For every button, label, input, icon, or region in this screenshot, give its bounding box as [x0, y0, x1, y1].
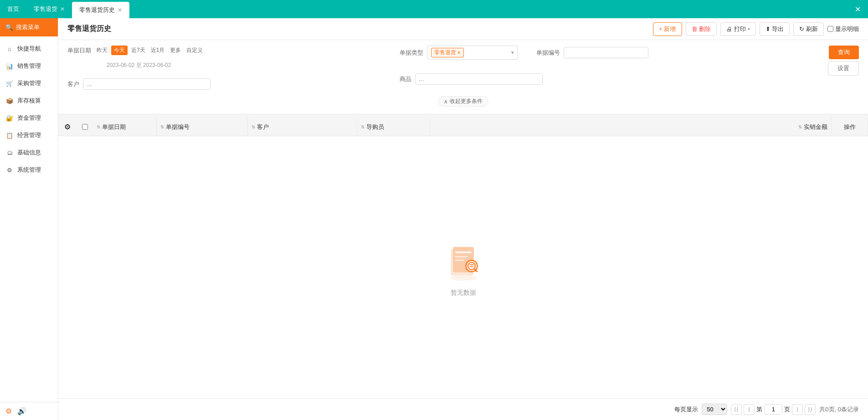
sidebar-item-purchase[interactable]: 🛒 采购管理 — [0, 75, 58, 92]
sidebar-item-basic-info-label: 基础信息 — [17, 149, 41, 157]
filter-customer-input[interactable] — [83, 78, 211, 90]
tab-retail-return[interactable]: 零售退货 ✕ — [26, 0, 72, 18]
sidebar-item-inventory-label: 库存核算 — [17, 97, 41, 105]
print-button[interactable]: 🖨 打印 ▾ — [720, 22, 756, 36]
date-opt-today[interactable]: 今天 — [111, 46, 128, 55]
filter-customer-label: 客户 — [67, 80, 79, 88]
filter-goods-row: 商品 — [400, 73, 732, 85]
filter-doctype-label: 单据类型 — [400, 49, 423, 57]
refresh-button[interactable]: ↻ 刷新 — [793, 22, 824, 36]
date-opt-custom[interactable]: 自定义 — [185, 46, 205, 55]
print-dropdown-icon: ▾ — [748, 26, 750, 31]
page-last-btn[interactable]: ⟩⟩ — [805, 404, 816, 415]
th-date[interactable]: ⇅ 单据日期 — [93, 118, 157, 136]
sidebar-item-system[interactable]: ⚙ 系统管理 — [0, 161, 58, 179]
sidebar-item-sales-label: 销售管理 — [17, 62, 41, 70]
finance-icon: 🔐 — [5, 114, 14, 122]
page-first-btn[interactable]: ⟨⟨ — [731, 404, 742, 415]
sidebar-search[interactable]: 🔍 搜索菜单 — [0, 18, 58, 36]
tab-home[interactable]: 首页 — [0, 0, 26, 18]
tab-retail-return-history-label: 零售退货历史 — [79, 6, 115, 14]
sidebar-item-sales[interactable]: 📊 销售管理 — [0, 57, 58, 75]
th-settings[interactable]: ⚙ — [58, 123, 77, 131]
th-customer-label: 客户 — [257, 123, 269, 131]
filter-docnum-label: 单据编号 — [536, 49, 560, 57]
th-customer[interactable]: ⇅ 客户 — [248, 118, 357, 136]
filter-type-tag-close[interactable]: ✕ — [457, 50, 461, 55]
filter-customer-row: 客户 — [67, 78, 400, 90]
date-opt-7days[interactable]: 近7天 — [129, 46, 147, 55]
date-opt-more[interactable]: 更多 — [168, 46, 183, 55]
filter-doctype-item: 单据类型 零售退货 ✕ ▾ — [400, 46, 518, 60]
page-prev-btn[interactable]: ⟨ — [744, 404, 755, 415]
filter-type-dropdown-arrow: ▾ — [511, 50, 514, 56]
refresh-button-label: ↻ 刷新 — [799, 25, 818, 33]
filter-goods-item: 商品 — [400, 73, 543, 85]
delete-button[interactable]: 🗑 删除 — [686, 22, 717, 36]
th-amount[interactable]: ⇅ 实销金额 — [768, 118, 832, 136]
sidebar-item-finance[interactable]: 🔐 资金管理 — [0, 109, 58, 127]
filter-goods-input[interactable] — [415, 73, 543, 85]
page-number-input[interactable] — [764, 404, 782, 415]
page-size-select[interactable]: 20 50 100 — [702, 404, 727, 415]
volume-icon[interactable]: 🔊 — [17, 407, 26, 415]
select-all-checkbox[interactable] — [82, 124, 88, 130]
page-next-btn[interactable]: ⟩ — [792, 404, 803, 415]
filter-doctype-row: 单据类型 零售退货 ✕ ▾ 单据编号 — [400, 46, 732, 60]
sidebar-item-quick-nav[interactable]: ⌂ 快捷导航 — [0, 40, 58, 57]
th-docnum-label: 单据编号 — [166, 123, 190, 131]
collapse-row: ∧ 收起更多条件 — [67, 94, 859, 108]
sidebar-item-business[interactable]: 📋 经营管理 — [0, 127, 58, 144]
empty-state: 暂无数据 — [58, 136, 868, 398]
filter-middle: 单据类型 零售退货 ✕ ▾ 单据编号 — [400, 46, 732, 89]
th-amount-label: 实销金额 — [804, 123, 827, 131]
page-total: 共0页, 0条记录 — [819, 405, 859, 414]
new-button-label: + 新增 — [659, 25, 676, 33]
inventory-icon: 📦 — [5, 97, 14, 105]
main-layout: 🔍 搜索菜单 ⌂ 快捷导航 📊 销售管理 🛒 采购管理 📦 库存核算 🔐 — [0, 18, 868, 420]
collapse-button[interactable]: ∧ 收起更多条件 — [438, 96, 488, 107]
display-detail-checkbox[interactable] — [827, 26, 833, 32]
sort-icon-docnum: ⇅ — [160, 124, 164, 129]
search-icon: 🔍 — [5, 24, 13, 31]
display-detail-label: 显示明细 — [835, 25, 859, 33]
tab-bar: 首页 零售退货 ✕ 零售退货历史 ✕ — [0, 0, 855, 18]
th-operation-label: 操作 — [844, 123, 856, 131]
filter-settings-button-label: 设置 — [837, 65, 849, 72]
sidebar-item-purchase-label: 采购管理 — [17, 79, 41, 87]
th-docnum[interactable]: ⇅ 单据编号 — [157, 118, 248, 136]
date-opt-yesterday[interactable]: 昨天 — [95, 46, 109, 55]
settings-icon[interactable]: ⚙ — [5, 407, 12, 415]
export-button-label: ⬆ 导出 — [765, 25, 784, 33]
date-opt-1month[interactable]: 近1月 — [149, 46, 167, 55]
filter-type-selector[interactable]: 零售退货 ✕ ▾ — [427, 46, 518, 60]
tab-retail-return-label: 零售退货 — [34, 5, 57, 13]
th-date-label: 单据日期 — [102, 123, 126, 131]
tab-retail-return-history[interactable]: 零售退货历史 ✕ — [72, 2, 129, 18]
svg-rect-4 — [455, 256, 468, 257]
tab-retail-return-history-close[interactable]: ✕ — [118, 7, 122, 13]
window-close-btn[interactable]: ✕ — [855, 5, 861, 14]
display-detail-toggle: 显示明细 — [827, 25, 859, 33]
filter-date-range: 2023-06-02 至 2023-06-02 — [107, 61, 171, 69]
new-button[interactable]: + 新增 — [653, 22, 682, 36]
query-button[interactable]: 查询 — [829, 46, 859, 59]
th-checkbox[interactable] — [77, 124, 93, 130]
filter-settings-button[interactable]: 设置 — [828, 61, 859, 76]
tab-retail-return-close[interactable]: ✕ — [60, 6, 65, 12]
th-guide[interactable]: ⇅ 导购员 — [357, 118, 430, 136]
table-settings-icon: ⚙ — [64, 123, 71, 131]
tab-home-label: 首页 — [7, 5, 19, 13]
filter-goods-label: 商品 — [400, 75, 411, 83]
export-button[interactable]: ⬆ 导出 — [760, 22, 790, 36]
filter-right: 查询 设置 — [731, 46, 859, 76]
empty-icon — [441, 238, 486, 283]
filter-date-options: 昨天 今天 近7天 近1月 更多 自定义 — [95, 46, 205, 55]
collapse-label: 收起更多条件 — [450, 97, 483, 105]
filter-docnum-input[interactable] — [564, 47, 648, 58]
filter-type-tag: 零售退货 ✕ — [431, 48, 464, 57]
sidebar-item-inventory[interactable]: 📦 库存核算 — [0, 92, 58, 109]
filter-area: 单据日期 昨天 今天 近7天 近1月 更多 自定义 — [58, 40, 868, 114]
th-operation: 操作 — [832, 118, 868, 136]
sidebar-item-basic-info[interactable]: 🗂 基础信息 — [0, 144, 58, 161]
